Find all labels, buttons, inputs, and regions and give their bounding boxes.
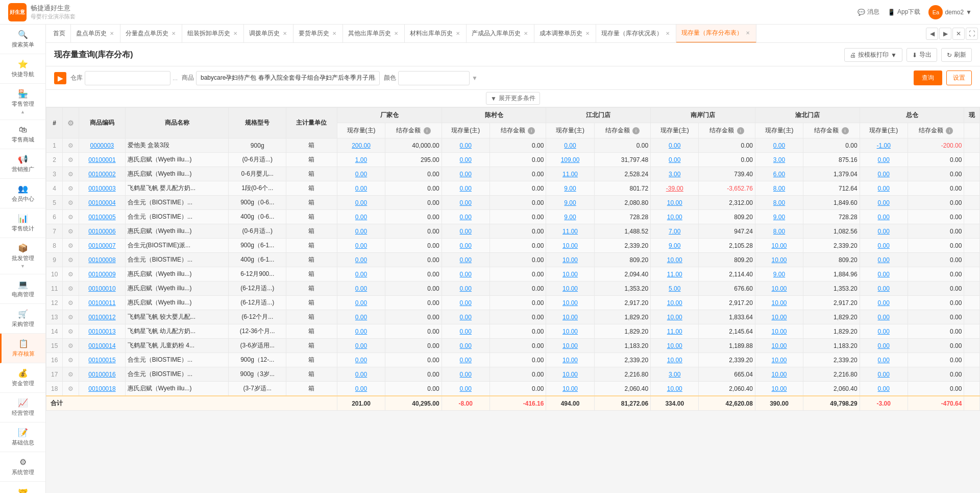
tab-close-cost-adjust[interactable]: ✕	[584, 30, 591, 37]
tab-material-out[interactable]: 材料出库单历史 ✕	[405, 25, 467, 43]
col-subheader-jiangbei-amt: 结存金额 i	[594, 123, 651, 138]
row-gear[interactable]: ⚙	[63, 138, 79, 153]
sidebar-item-marketing[interactable]: 📢 营销推广	[0, 149, 45, 179]
message-btn[interactable]: 💬 消息	[857, 8, 879, 16]
tab-stock-dist[interactable]: 现存量（库存分布表） ✕	[676, 25, 756, 43]
row-gear[interactable]: ⚙	[63, 310, 79, 324]
sidebar-item-retail-stat[interactable]: 📊 零售统计	[0, 208, 45, 238]
tab-prev-btn[interactable]: ◀	[926, 28, 938, 40]
sidebar-item-basic[interactable]: 📝 基础信息	[0, 422, 45, 452]
tab-cost-adjust[interactable]: 成本调整单历史 ✕	[534, 25, 596, 43]
user-menu[interactable]: Ea demo2 ▼	[928, 5, 972, 19]
table-row: 1 ⚙ 0000003 爱他美 盒装3段 900g 箱 200.00 40,00…	[46, 138, 980, 153]
tab-home[interactable]: 首页	[48, 25, 71, 43]
goods-input[interactable]	[196, 71, 380, 85]
table-row: 17 ⚙ 00100016 合生元（BIOSTIME）... 900g（3岁..…	[46, 367, 980, 382]
tab-next-btn[interactable]: ▶	[939, 28, 951, 40]
col-header-code: 商品编码	[79, 108, 125, 138]
tab-close-inventory-point[interactable]: ✕	[170, 30, 177, 37]
star-icon: ⭐	[18, 59, 28, 69]
tab-close-demand[interactable]: ✕	[331, 30, 337, 37]
sidebar-item-collab[interactable]: 🤝 企业协同	[0, 482, 45, 493]
warehouse-input[interactable]	[85, 71, 170, 85]
sidebar-item-retail[interactable]: 🏪 零售管理 ▲	[0, 84, 45, 120]
row-gear[interactable]: ⚙	[63, 253, 79, 267]
tab-assembly[interactable]: 组装拆卸单历史 ✕	[182, 25, 244, 43]
row-gear[interactable]: ⚙	[63, 367, 79, 382]
row-gear[interactable]: ⚙	[63, 353, 79, 367]
row-gear[interactable]: ⚙	[63, 210, 79, 224]
megaphone-icon: 📢	[18, 154, 28, 164]
row-name: 爱他美 盒装3段	[125, 138, 229, 153]
tab-close-stock-status[interactable]: ✕	[665, 30, 671, 37]
row-gear[interactable]: ⚙	[63, 167, 79, 181]
sidebar-item-finance[interactable]: 💰 资金管理	[0, 363, 45, 393]
tab-close-transfer[interactable]: ✕	[282, 30, 288, 37]
sidebar-item-shortcut[interactable]: ⭐ 快捷导航	[0, 54, 45, 84]
row-chenjiang-amt: 0.00	[489, 324, 546, 339]
tab-transfer[interactable]: 调拨单历史 ✕	[244, 25, 293, 43]
row-total-amt: 0.00	[908, 382, 964, 396]
sidebar-item-retail-store[interactable]: 🛍 零售商城	[0, 120, 45, 149]
row-gear[interactable]: ⚙	[63, 281, 79, 296]
row-gear[interactable]: ⚙	[63, 196, 79, 210]
sidebar-item-system[interactable]: ⚙ 系统管理	[0, 452, 45, 482]
row-chenjiang-amt: 0.00	[489, 210, 546, 224]
tab-stock-status[interactable]: 现存量（库存状况表） ✕	[596, 25, 676, 43]
sidebar-item-member[interactable]: 👥 会员中心	[0, 179, 45, 208]
tab-close-assembly[interactable]: ✕	[232, 30, 238, 37]
sidebar-item-wholesale[interactable]: 📦 批发管理 ▼	[0, 238, 45, 274]
tab-other-out[interactable]: 其他出库单历史 ✕	[343, 25, 405, 43]
tab-maximize-btn[interactable]: ⛶	[966, 28, 978, 40]
tab-product-in[interactable]: 产成品入库单历史 ✕	[467, 25, 534, 43]
color-input[interactable]	[398, 71, 470, 85]
app-download-btn[interactable]: 📱 App下载	[888, 8, 920, 16]
sidebar-item-purchase[interactable]: 🛒 采购管理	[0, 304, 45, 334]
row-gear[interactable]: ⚙	[63, 382, 79, 396]
sidebar-item-search[interactable]: 🔍 搜索英单	[0, 25, 45, 54]
row-factory-amt: 0.00	[385, 353, 442, 367]
refresh-button[interactable]: ↻ 刷新	[941, 48, 972, 62]
tab-inventory-point[interactable]: 分量盘点单历史 ✕	[120, 25, 182, 43]
row-yubeizhou-qty: 10.00	[755, 310, 803, 324]
sidebar-item-ecom[interactable]: 💻 电商管理	[0, 274, 45, 304]
table-container[interactable]: # ⚙ 商品编码 商品名称 规格型号 主计量单位 厂家仓 陈村仓 江北门店 南岸…	[46, 107, 980, 493]
tab-close-product-in[interactable]: ✕	[523, 30, 529, 37]
tab-demand[interactable]: 要货单历史 ✕	[293, 25, 343, 43]
sidebar-item-inventory[interactable]: 📋 库存核算	[0, 334, 45, 363]
row-gear[interactable]: ⚙	[63, 224, 79, 239]
row-gear[interactable]: ⚙	[63, 324, 79, 339]
setting-button[interactable]: 设置	[946, 71, 972, 85]
row-chenjiang-amt: 0.00	[489, 353, 546, 367]
export-button[interactable]: ⬇ 导出	[906, 48, 937, 62]
row-gear[interactable]: ⚙	[63, 239, 79, 253]
col-subheader-nanan-qty: 现存量(主)	[651, 123, 699, 138]
row-nanan-amt: 809.20	[699, 253, 755, 267]
tab-close-material-out[interactable]: ✕	[455, 30, 461, 37]
tab-close-all-btn[interactable]: ✕	[952, 28, 965, 40]
row-gear[interactable]: ⚙	[63, 339, 79, 353]
print-button[interactable]: 🖨 按模板打印 ▼	[844, 48, 902, 62]
row-gear[interactable]: ⚙	[63, 181, 79, 196]
row-gear[interactable]: ⚙	[63, 267, 79, 281]
table-row: 3 ⚙ 00100002 惠氏启赋（Wyeth illu...) 0-6月婴儿.…	[46, 167, 980, 181]
tab-close-other-out[interactable]: ✕	[393, 30, 399, 37]
expand-conditions-btn[interactable]: ▼ 展开更多条件	[486, 92, 540, 105]
sidebar-item-operation[interactable]: 📈 经营管理	[0, 393, 45, 422]
row-yubeizhou-amt: 1,379.04	[803, 167, 860, 181]
tab-close-inventory-check[interactable]: ✕	[109, 30, 115, 37]
query-button[interactable]: 查询	[914, 71, 942, 85]
tab-close-stock-dist[interactable]: ✕	[745, 30, 751, 36]
row-factory-amt: 0.00	[385, 281, 442, 296]
row-code: 00100013	[79, 324, 125, 339]
row-num: 8	[46, 239, 63, 253]
row-total-qty: 0.00	[860, 167, 908, 181]
color-label: 颜色	[384, 74, 396, 82]
filter-toggle-btn[interactable]: ▶	[54, 72, 66, 84]
row-factory-qty: 0.00	[337, 310, 385, 324]
col-subheader-total-amt: 结存金额 i	[908, 123, 964, 138]
row-gear[interactable]: ⚙	[63, 296, 79, 310]
row-gear[interactable]: ⚙	[63, 153, 79, 167]
tab-inventory-check[interactable]: 盘点单历史 ✕	[71, 25, 120, 43]
row-factory-amt: 0.00	[385, 253, 442, 267]
